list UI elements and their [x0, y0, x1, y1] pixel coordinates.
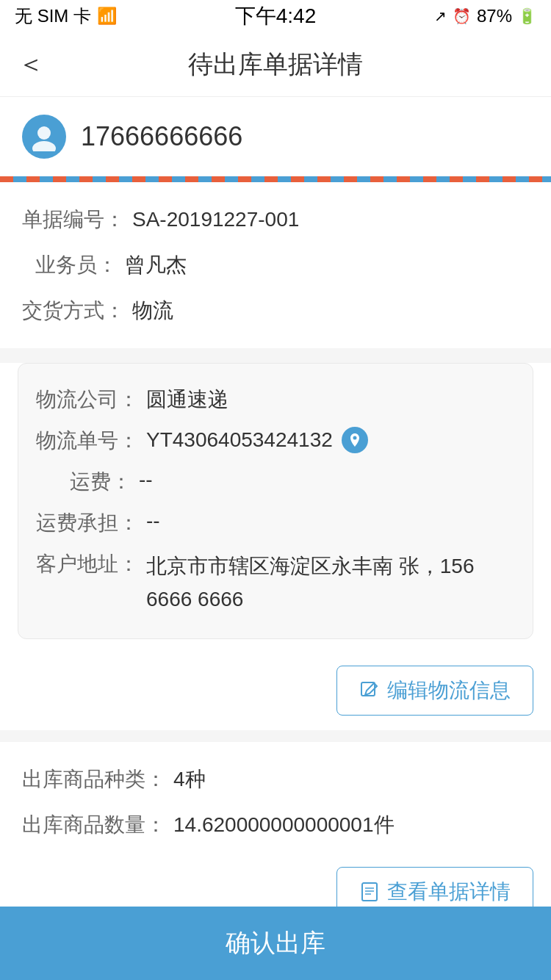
nav-bar: ＜ 待出库单据详情	[0, 32, 551, 97]
sales-person-value: 曾凡杰	[125, 250, 529, 281]
carrier-label: 无 SIM 卡	[15, 4, 91, 28]
wifi-icon: 📶	[97, 7, 117, 26]
basic-info-section: 单据编号： SA-20191227-001 业务员： 曾凡杰 交货方式： 物流	[0, 182, 551, 348]
svg-point-1	[32, 141, 56, 151]
status-left: 无 SIM 卡 📶	[15, 4, 117, 28]
logistics-address-row: 客户地址： 北京市市辖区海淀区永丰南 张，156 6666 6666	[36, 550, 515, 616]
logistics-company-label: 物流公司：	[36, 386, 146, 414]
edit-logistics-label: 编辑物流信息	[387, 677, 511, 705]
logistics-freight-value: --	[139, 468, 515, 491]
customer-header: 17666666666	[0, 97, 551, 176]
product-type-value: 4种	[173, 764, 529, 795]
avatar	[22, 115, 66, 159]
confirm-button-label: 确认出库	[226, 926, 325, 960]
product-quantity-value: 14.620000000000001件	[173, 810, 529, 840]
product-section: 出库商品种类： 4种 出库商品数量： 14.620000000000001件	[0, 742, 551, 855]
battery-icon: 🔋	[518, 7, 536, 25]
logistics-company-value: 圆通速递	[146, 386, 515, 414]
logistics-address-value: 北京市市辖区海淀区永丰南 张，156 6666 6666	[146, 550, 515, 616]
logistics-freight-bearer-value: --	[146, 509, 515, 533]
document-icon	[359, 882, 380, 902]
product-quantity-label: 出库商品数量：	[22, 810, 173, 840]
logistics-freight-bearer-label: 运费承担：	[36, 509, 146, 537]
edit-icon	[359, 680, 380, 701]
status-time: 下午4:42	[235, 2, 317, 30]
delivery-method-value: 物流	[132, 295, 529, 326]
sales-person-label: 业务员：	[22, 250, 125, 281]
sales-person-row: 业务员： 曾凡杰	[22, 250, 529, 281]
logistics-freight-bearer-row: 运费承担： --	[36, 509, 515, 537]
product-type-row: 出库商品种类： 4种	[22, 764, 529, 795]
customer-phone: 17666666666	[81, 121, 242, 152]
logistics-freight-label: 运费：	[36, 468, 139, 496]
delivery-method-row: 交货方式： 物流	[22, 295, 529, 326]
edit-logistics-container: 编辑物流信息	[0, 654, 551, 730]
order-number-row: 单据编号： SA-20191227-001	[22, 204, 529, 235]
back-button[interactable]: ＜	[18, 46, 44, 82]
logistics-address-label: 客户地址：	[36, 550, 146, 578]
product-quantity-row: 出库商品数量： 14.620000000000001件	[22, 810, 529, 840]
dashed-divider	[0, 176, 551, 182]
logistics-freight-row: 运费： --	[36, 468, 515, 496]
status-bar: 无 SIM 卡 📶 下午4:42 ↗ ⏰ 87% 🔋	[0, 0, 551, 32]
view-details-label: 查看单据详情	[387, 878, 511, 906]
logistics-card: 物流公司： 圆通速递 物流单号： YT43064053424132 运费： --	[18, 363, 533, 639]
delivery-method-label: 交货方式：	[22, 295, 132, 326]
edit-logistics-button[interactable]: 编辑物流信息	[336, 666, 533, 716]
logistics-tracking-label: 物流单号：	[36, 427, 146, 455]
status-right: ↗ ⏰ 87% 🔋	[434, 6, 536, 26]
order-number-label: 单据编号：	[22, 204, 132, 235]
svg-rect-3	[362, 883, 377, 901]
svg-point-0	[37, 126, 51, 140]
track-location-icon[interactable]	[342, 427, 368, 453]
logistics-company-row: 物流公司： 圆通速递	[36, 386, 515, 414]
logistics-container: 物流公司： 圆通速递 物流单号： YT43064053424132 运费： --	[0, 363, 551, 730]
logistics-tracking-value: YT43064053424132	[146, 427, 515, 453]
location-service-icon: ↗	[434, 7, 447, 25]
confirm-bar[interactable]: 确认出库	[0, 907, 551, 980]
alarm-icon: ⏰	[453, 7, 471, 25]
product-type-label: 出库商品种类：	[22, 764, 173, 795]
logistics-tracking-row: 物流单号： YT43064053424132	[36, 427, 515, 455]
section-divider-1	[0, 730, 551, 742]
order-number-value: SA-20191227-001	[132, 204, 529, 235]
page-title: 待出库单据详情	[188, 48, 363, 82]
battery-label: 87%	[477, 6, 512, 26]
